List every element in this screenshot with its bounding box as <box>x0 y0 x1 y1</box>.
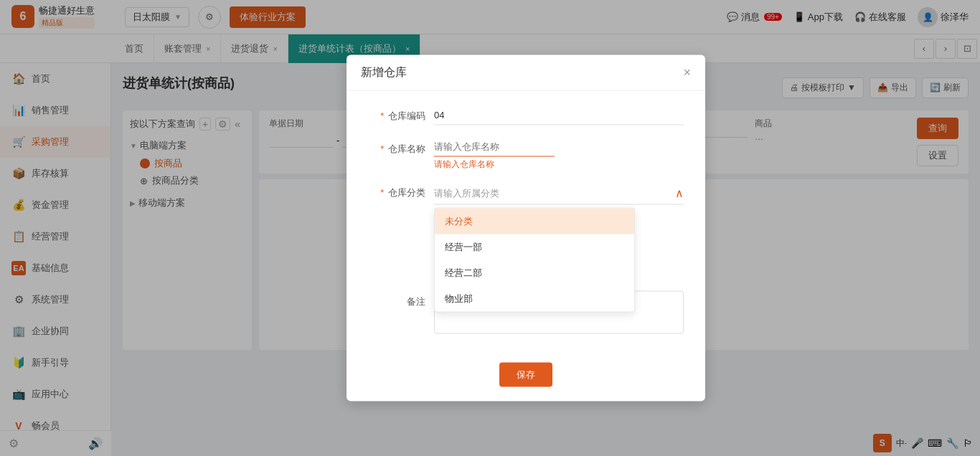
code-field-row: * 仓库编码 <box>368 105 684 125</box>
dropdown-item-uncategorized[interactable]: 未分类 <box>435 209 634 234</box>
modal-footer: 保存 <box>347 360 705 387</box>
dropdown-item-dept2[interactable]: 经营二部 <box>435 260 634 286</box>
new-warehouse-modal: 新增仓库 × * 仓库编码 * 仓库名称 请输入仓库名称 <box>347 55 705 402</box>
name-error-msg: 请输入仓库名称 <box>368 158 494 171</box>
category-field-row: * 仓库分类 请输入所属分类 ∧ 未分类 经营一部 经营二部 物业部 <box>368 182 684 205</box>
category-arrow-icon: ∧ <box>675 186 684 200</box>
name-label: * 仓库名称 <box>368 138 425 156</box>
code-label: * 仓库编码 <box>368 105 425 123</box>
name-field-row: * 仓库名称 请输入仓库名称 <box>368 137 684 171</box>
save-button[interactable]: 保存 <box>499 363 552 387</box>
modal-body: * 仓库编码 * 仓库名称 请输入仓库名称 * 仓库分类 请输入所属 <box>347 91 705 360</box>
modal-close-button[interactable]: × <box>683 65 691 80</box>
dropdown-item-dept1[interactable]: 经营一部 <box>435 234 634 260</box>
name-required-star: * <box>380 143 384 154</box>
modal-title: 新增仓库 <box>361 65 407 80</box>
category-label: * 仓库分类 <box>368 182 425 199</box>
name-input[interactable] <box>434 137 555 157</box>
code-required-star: * <box>380 110 384 121</box>
remark-label: 备注 <box>368 291 425 308</box>
category-select[interactable]: 请输入所属分类 ∧ <box>434 182 684 205</box>
dropdown-item-property[interactable]: 物业部 <box>435 286 634 312</box>
category-required-star: * <box>380 187 384 198</box>
category-dropdown: 未分类 经营一部 经营二部 物业部 <box>434 208 635 313</box>
modal-header: 新增仓库 × <box>347 55 705 91</box>
code-input[interactable] <box>434 105 684 125</box>
category-placeholder: 请输入所属分类 <box>434 186 499 199</box>
